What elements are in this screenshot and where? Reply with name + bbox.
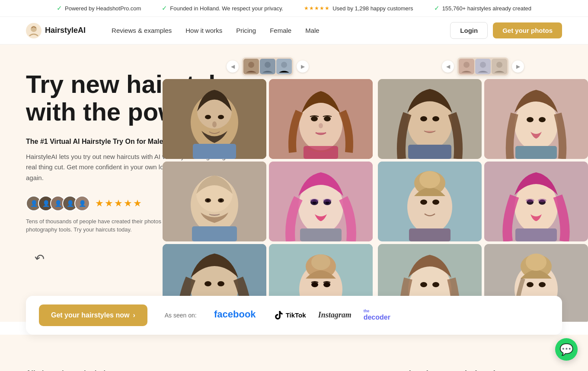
svg-rect-37: [300, 228, 342, 241]
svg-rect-20: [304, 146, 338, 159]
thumb-after-1: [260, 59, 275, 74]
female-face-b: [484, 79, 588, 159]
female-face-2: [269, 162, 373, 241]
nav-link-pricing[interactable]: Pricing: [236, 27, 256, 34]
female-face-1: [269, 79, 373, 159]
tiktok-logo: TikTok: [274, 310, 306, 320]
nav-links: Reviews & examples How it works Pricing …: [112, 27, 433, 34]
male-faces-grid: [163, 79, 373, 322]
cta-big-button[interactable]: Get your hairstyles now ›: [39, 304, 147, 326]
svg-point-78: [538, 199, 546, 202]
svg-point-5: [265, 62, 271, 68]
svg-point-90: [539, 282, 546, 287]
svg-point-19: [319, 123, 323, 128]
svg-point-26: [207, 199, 209, 202]
topbar-item-powered: ✓ Powered by HeadshotPro.com: [57, 4, 141, 12]
hero-images: ◀ ▶: [163, 57, 588, 322]
navbar: HairstyleAI Reviews & examples How it wo…: [0, 17, 588, 44]
login-button[interactable]: Login: [450, 22, 488, 39]
nav-link-how-it-works[interactable]: How it works: [185, 27, 222, 34]
female-thumbs: [457, 57, 508, 76]
arrow-icon: ›: [133, 311, 135, 319]
svg-point-71: [432, 200, 439, 205]
svg-point-48: [323, 282, 330, 287]
svg-point-11: [205, 115, 211, 119]
svg-point-89: [527, 282, 534, 287]
thumb-f-after-1: [475, 59, 491, 74]
svg-text:facebook: facebook: [214, 309, 256, 320]
logo-link[interactable]: HairstyleAI: [26, 23, 86, 38]
topbar-text-created: 155,760+ hairstyles already created: [442, 5, 531, 12]
nav-actions: Login Get your photos: [450, 22, 562, 39]
svg-rect-65: [515, 146, 557, 159]
thumb-f-after-2: [492, 59, 507, 74]
male-thumb-row: ◀ ▶: [227, 57, 309, 76]
male-face-2: [163, 162, 266, 241]
svg-point-83: [432, 282, 439, 287]
svg-point-12: [218, 115, 224, 119]
nav-link-female[interactable]: Female: [270, 27, 291, 34]
svg-point-53: [480, 62, 486, 68]
female-faces-grid: [378, 79, 588, 322]
get-photos-button[interactable]: Get your photos: [493, 22, 562, 38]
topbar-item-used-by: ★★★★★ Used by 1,298 happy customers: [304, 5, 413, 12]
male-face-1: [163, 79, 266, 159]
nav-link-male[interactable]: Male: [305, 27, 320, 34]
topbar: ✓ Powered by HeadshotPro.com ✓ Founded i…: [0, 0, 588, 17]
instagram-logo: Instagram: [318, 311, 352, 320]
topbar-text-founded: Founded in Holland. We respect your priv…: [170, 5, 283, 12]
curved-arrow-icon: ↷: [33, 251, 45, 266]
svg-point-17: [311, 116, 318, 121]
why-title: Why choose AI hairstyles?: [401, 369, 562, 371]
nav-link-reviews[interactable]: Reviews & examples: [112, 27, 172, 34]
svg-point-51: [463, 62, 470, 68]
as-seen-on-label: As seen on:: [165, 312, 197, 319]
svg-point-88: [526, 254, 546, 271]
check-icon-3: ✓: [434, 4, 440, 12]
photoshoots-col: All photoshoots include ✓ 30 unique hair…: [26, 369, 187, 371]
svg-rect-72: [409, 228, 451, 241]
price-amount: $9: [213, 369, 374, 371]
female-face-a: [378, 79, 482, 159]
female-face-c: [378, 162, 482, 241]
logo-text: HairstyleAI: [45, 26, 86, 35]
svg-point-13: [212, 121, 217, 127]
svg-point-58: [420, 116, 427, 121]
svg-point-3: [248, 62, 254, 68]
facebook-logo: facebook: [214, 308, 262, 322]
female-face-d: [484, 162, 588, 241]
social-logos: facebook TikTok Instagram the decoder: [214, 308, 390, 322]
topbar-item-created: ✓ 155,760+ hairstyles already created: [434, 4, 531, 12]
avatar-stack: 👤 👤 👤 👤 👤: [26, 196, 90, 211]
check-icon-2: ✓: [162, 4, 167, 12]
check-icon: ✓: [57, 4, 62, 12]
avatar-5: 👤: [74, 196, 90, 211]
features-section: All photoshoots include ✓ 30 unique hair…: [0, 335, 588, 371]
svg-point-64: [539, 117, 546, 122]
topbar-item-founded: ✓ Founded in Holland. We respect your pr…: [162, 4, 283, 12]
chat-button[interactable]: 💬: [555, 338, 578, 361]
thumb-before: [243, 59, 259, 74]
thumb-after-2: [276, 59, 292, 74]
svg-rect-60: [408, 145, 451, 159]
topbar-text-used-by: Used by 1,298 happy customers: [332, 5, 413, 12]
cta-big-label: Get your hairstyles now: [51, 311, 129, 319]
next-arrow[interactable]: ▶: [297, 60, 309, 73]
svg-point-55: [496, 62, 502, 68]
cta-bar: Get your hairstyles now › As seen on: fa…: [26, 296, 562, 335]
thumb-f-before: [459, 59, 474, 74]
why-col: Why choose AI hairstyles? ✓ Indistinguis…: [401, 369, 562, 371]
photoshoots-title: All photoshoots include: [26, 369, 187, 371]
svg-point-70: [420, 200, 427, 205]
rating-stars: ★★★★★: [304, 5, 330, 11]
svg-point-35: [310, 199, 319, 202]
topbar-text-powered: Powered by HeadshotPro.com: [65, 5, 141, 12]
prev-arrow-f[interactable]: ◀: [442, 60, 454, 73]
hero-section: Try new hairstyles with the power of AI …: [0, 44, 588, 322]
prev-arrow[interactable]: ◀: [227, 60, 239, 73]
logo-icon: [26, 23, 42, 38]
svg-point-46: [311, 254, 330, 270]
svg-point-18: [324, 116, 331, 121]
next-arrow-f[interactable]: ▶: [512, 60, 524, 73]
svg-point-77: [526, 199, 534, 202]
